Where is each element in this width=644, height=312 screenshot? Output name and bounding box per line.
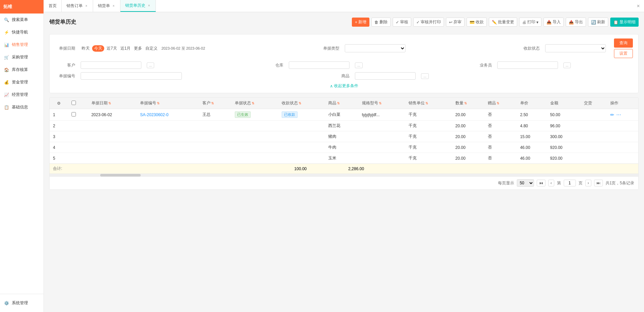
warehouse-input[interactable] [289, 61, 349, 69]
last-page-button[interactable]: ⏭ [594, 180, 603, 186]
cell-number[interactable] [137, 153, 199, 164]
col-unit-price-label: 单价 [520, 101, 528, 105]
new-button[interactable]: + 新增 [352, 18, 369, 27]
select-all-checkbox[interactable] [72, 101, 76, 105]
doc-number-link[interactable]: SA-20230602-0 [140, 112, 168, 117]
sidebar-item-basic-info[interactable]: 📋 基础信息 [0, 101, 44, 113]
shortcut-today[interactable]: 今天 [92, 45, 104, 52]
action-icons: ✏⋯ [610, 112, 635, 118]
cell-spec [359, 142, 405, 153]
col-customer[interactable]: 客户⇅ [199, 98, 231, 109]
cell-doc-status [231, 131, 278, 142]
prev-page-button[interactable]: ‹ [548, 180, 554, 186]
abandon-label: 弃审 [453, 19, 461, 25]
import-button[interactable]: 📥 导入 [543, 18, 564, 27]
import-label: 导入 [553, 19, 561, 25]
export-button[interactable]: 📤 导出 [566, 18, 586, 27]
doc-type-label: 单据类型 [319, 46, 339, 51]
cell-unit-price: 46.00 [517, 153, 547, 164]
salesperson-picker-button[interactable]: ... [563, 62, 571, 68]
cell-unit: 千克 [405, 142, 452, 153]
query-button[interactable]: 查询 [614, 38, 633, 48]
tab-sales-history[interactable]: 销货单历史 × [120, 0, 156, 12]
date-shortcuts: 昨天 今天 近7天 近1月 更多 自定义 2023-06-02 至 2023-0… [81, 45, 205, 52]
cell-number[interactable] [137, 131, 199, 142]
sidebar-item-operation[interactable]: 📈 经营管理 [0, 88, 44, 101]
doc-type-select[interactable] [345, 44, 405, 52]
cell-checkbox[interactable] [68, 131, 88, 142]
sidebar-item-quick-nav[interactable]: ⚡ 快捷导航 [0, 26, 44, 38]
refresh-button[interactable]: 🔄 刷新 [588, 18, 608, 27]
sidebar-item-inventory[interactable]: 🏠 库存核算 [0, 63, 44, 76]
col-spec[interactable]: 规格型号⇅ [359, 98, 405, 109]
batch-change-button[interactable]: ✏️ 批量变更 [489, 18, 517, 27]
tab-sales-order[interactable]: 销售订单 × [62, 0, 93, 12]
cell-checkbox[interactable] [68, 153, 88, 164]
per-page-select[interactable]: 50 100 200 [517, 179, 534, 187]
horizontal-scrollbar[interactable] [50, 174, 638, 176]
doc-number-input[interactable] [81, 72, 182, 80]
shortcut-7days[interactable]: 近7天 [106, 45, 118, 52]
col-quantity[interactable]: 数量⇅ [452, 98, 484, 109]
col-doc-status[interactable]: 单据状态⇅ [231, 98, 278, 109]
title-toolbar-row: 销货单历史 + 新增 🗑 删除 ✓ 审核 ✓ 审核并打印 [49, 18, 639, 31]
sidebar-item-sales-mgmt[interactable]: 📊 销售管理 [0, 38, 44, 51]
print-button[interactable]: 🖨 打印 ▾ [519, 18, 541, 27]
sidebar-item-search-menu[interactable]: 🔍 搜索菜单 [0, 14, 44, 26]
col-number[interactable]: 单据编号⇅ [137, 98, 199, 109]
cell-checkbox[interactable] [68, 142, 88, 153]
shortcut-custom[interactable]: 自定义 [144, 45, 159, 52]
tab-sales-delivery-close[interactable]: × [112, 4, 115, 8]
delete-label: 删除 [380, 19, 388, 25]
shortcut-yesterday[interactable]: 昨天 [81, 45, 91, 52]
salesperson-input[interactable] [497, 61, 558, 69]
delete-button[interactable]: 🗑 删除 [371, 18, 391, 27]
col-customer-label: 客户 [202, 101, 211, 105]
cell-checkbox[interactable] [68, 109, 88, 121]
shortcut-more[interactable]: 更多 [133, 45, 143, 52]
cell-checkbox[interactable] [68, 121, 88, 131]
goods-input[interactable] [355, 72, 416, 80]
goods-picker-button[interactable]: ... [421, 73, 428, 79]
review-button[interactable]: ✓ 审核 [393, 18, 411, 27]
payment-status-select[interactable] [545, 44, 606, 52]
sidebar-item-system-mgmt[interactable]: ⚙️ 系统管理 [0, 297, 44, 309]
tab-home[interactable]: 首页 [44, 0, 62, 12]
settings-button[interactable]: 设置 [614, 49, 633, 58]
collapse-filter-button[interactable]: ∧ 收起更多条件 [55, 83, 633, 89]
customer-picker-button[interactable]: ... [147, 62, 154, 68]
abandon-button[interactable]: ↩ 弃审 [446, 18, 465, 27]
col-gift[interactable]: 赠品⇅ [484, 98, 517, 109]
col-unit[interactable]: 销售单位⇅ [405, 98, 452, 109]
review-print-button[interactable]: ✓ 审核并打印 [413, 18, 444, 27]
scrollbar-thumb[interactable] [100, 174, 141, 177]
window-close-button[interactable]: ✕ [633, 0, 644, 12]
cell-number[interactable] [137, 121, 199, 131]
next-page-button[interactable]: › [585, 180, 591, 186]
row-checkbox[interactable] [72, 112, 76, 116]
customer-input[interactable] [81, 61, 141, 69]
warehouse-picker-button[interactable]: ... [355, 62, 362, 68]
col-gear[interactable]: ⚙ [50, 98, 68, 109]
page-number-input[interactable] [564, 180, 576, 186]
first-page-button[interactable]: ⏮ [537, 180, 545, 186]
col-unit-label: 销售单位 [409, 101, 425, 105]
more-action-icon[interactable]: ⋯ [616, 112, 621, 118]
edit-action-icon[interactable]: ✏ [610, 112, 614, 118]
cell-number[interactable] [137, 142, 199, 153]
tab-sales-delivery[interactable]: 销货单 × [93, 0, 120, 12]
sidebar-item-finance[interactable]: 💰 资金管理 [0, 76, 44, 88]
col-checkbox[interactable] [68, 98, 88, 109]
show-detail-button[interactable]: 📋 显示明细 [610, 18, 639, 27]
sidebar-item-purchase-mgmt[interactable]: 🛒 采购管理 [0, 51, 44, 63]
collect-button[interactable]: 💳 收款 [467, 18, 487, 27]
col-payment-status[interactable]: 收款状态⇅ [278, 98, 325, 109]
tab-sales-history-close[interactable]: × [147, 3, 151, 8]
tab-sales-order-close[interactable]: × [85, 4, 88, 8]
col-goods[interactable]: 商品⇅ [325, 98, 358, 109]
shortcut-1month[interactable]: 近1月 [119, 45, 132, 52]
cell-number[interactable]: SA-20230602-0 [137, 109, 199, 121]
col-date[interactable]: 单据日期⇅ [88, 98, 137, 109]
import-icon: 📥 [547, 20, 552, 25]
goods-sort-icon: ⇅ [337, 101, 340, 105]
